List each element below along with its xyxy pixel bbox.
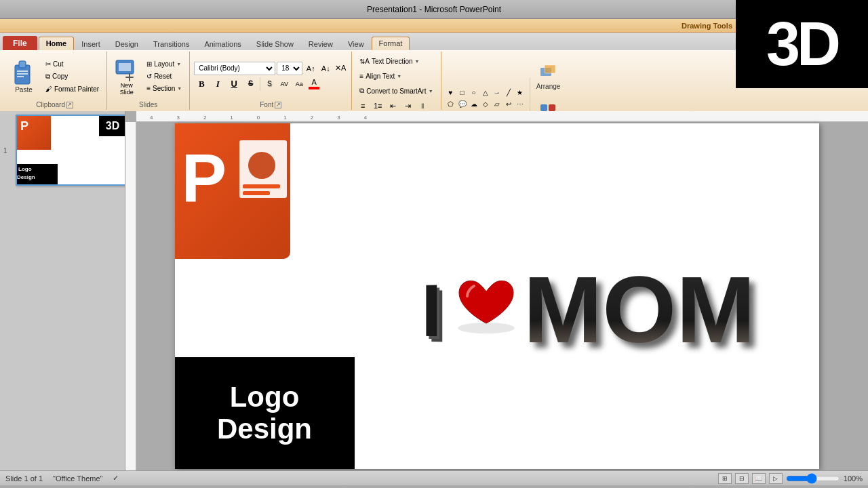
text-direction-icon: ⇅A (359, 58, 370, 65)
decrease-font-button[interactable]: A↓ (319, 62, 332, 75)
increase-indent-button[interactable]: ⇥ (401, 99, 414, 113)
arrow-shape-btn[interactable]: → (492, 87, 502, 98)
bullets-button[interactable]: ≡ (356, 99, 370, 113)
svg-point-19 (458, 323, 515, 333)
para-row-1: ⇅A Text Direction ▼ (356, 54, 436, 68)
copy-icon: ⧉ (45, 73, 50, 81)
underline-button[interactable]: U (226, 77, 241, 92)
para-row-bullets: ≡ 1≡ ⇤ ⇥ ⦀ (356, 99, 436, 113)
line-shape-btn[interactable]: ╱ (503, 87, 514, 98)
tab-home[interactable]: Home (39, 37, 75, 50)
status-bar: Slide 1 of 1 "Office Theme" ✓ ⊞ ⊟ 📖 ▷ 10… (0, 470, 868, 485)
strikethrough-button[interactable]: S̶ (243, 77, 258, 92)
slide-canvas[interactable]: P I (175, 123, 819, 469)
section-icon: ≡ (146, 85, 151, 92)
tab-view[interactable]: View (340, 37, 372, 50)
section-button[interactable]: ≡ Section ▼ (143, 83, 185, 94)
reading-view-button[interactable]: 📖 (752, 473, 766, 484)
slide-thumbnail[interactable]: P LogoDesign 3D (16, 115, 125, 186)
tab-animations[interactable]: Animations (197, 37, 248, 50)
reset-button[interactable]: ↺ Reset (143, 70, 185, 82)
layout-button[interactable]: ⊞ Layout ▼ (143, 58, 185, 70)
cut-button[interactable]: ✂ Cut (42, 58, 102, 70)
star-shape-btn[interactable]: ★ (515, 87, 526, 98)
align-text-button[interactable]: ≡ Align Text ▼ (356, 69, 405, 83)
cloud-shape-btn[interactable]: ☁ (469, 99, 479, 110)
zoom-level: 100% (844, 474, 863, 483)
clipboard-expand-button[interactable]: ↗ (66, 102, 73, 108)
font-expand-button[interactable]: ↗ (275, 102, 281, 108)
smartart-icon: ⧉ (359, 87, 364, 95)
3d-text-container: I MOM (358, 191, 819, 428)
tab-insert[interactable]: Insert (74, 37, 108, 50)
columns-button[interactable]: ⦀ (416, 99, 429, 113)
font-row-1: Calibri (Body) 18 A↑ A↓ ✕A (194, 62, 347, 75)
diamond-shape-btn[interactable]: ◇ (480, 99, 491, 110)
shadow-button[interactable]: S (262, 77, 276, 91)
font-size-select[interactable]: 18 (277, 62, 302, 75)
slide-info-label: Slide 1 of 1 (5, 474, 43, 483)
tab-design[interactable]: Design (108, 37, 146, 50)
change-case-button[interactable]: Aa (292, 77, 306, 91)
convert-smartart-button[interactable]: ⧉ Convert to SmartArt ▼ (356, 84, 436, 98)
font-row-2: B I U S̶ S AV Aa A (194, 77, 347, 92)
theme-label: "Office Theme" (53, 474, 102, 483)
bold-button[interactable]: B (194, 77, 209, 92)
slides-group-label: Slides (139, 100, 157, 108)
text-direction-button[interactable]: ⇅A Text Direction ▼ (356, 54, 422, 68)
status-left: Slide 1 of 1 "Office Theme" ✓ (5, 474, 119, 483)
tab-format[interactable]: Format (372, 37, 410, 50)
paste-button[interactable]: Paste (7, 56, 41, 97)
accessibility-icon: ✓ (113, 474, 119, 483)
pentagon-shape-btn[interactable]: ⬠ (446, 99, 456, 110)
new-slide-label: NewSlide (120, 82, 134, 96)
arrange-button[interactable]: Arrange (533, 54, 564, 98)
svg-point-16 (248, 152, 275, 179)
increase-font-button[interactable]: A↑ (304, 62, 317, 75)
separator (260, 77, 260, 91)
font-color-container: A (307, 77, 321, 91)
decrease-indent-button[interactable]: ⇤ (386, 99, 399, 113)
heart-shape-btn[interactable]: ♥ (446, 87, 456, 98)
parallelogram-shape-btn[interactable]: ▱ (492, 99, 502, 110)
logo-design-text: Logo Design (217, 382, 312, 444)
callout-shape-btn[interactable]: 💬 (457, 99, 468, 110)
tab-slideshow[interactable]: Slide Show (249, 37, 301, 50)
font-group: Calibri (Body) 18 A↑ A↓ ✕A B I U S̶ S (190, 52, 352, 110)
main-area: 1 P LogoDesign 3D 4 3 2 1 (0, 111, 868, 470)
status-right: ⊞ ⊟ 📖 ▷ 100% (718, 473, 863, 484)
svg-rect-10 (545, 65, 555, 73)
font-controls: Calibri (Body) 18 A↑ A↓ ✕A B I U S̶ S (194, 62, 347, 92)
slideshow-button[interactable]: ▷ (769, 473, 783, 484)
italic-button[interactable]: I (210, 77, 225, 92)
svg-rect-6 (119, 63, 131, 71)
normal-view-button[interactable]: ⊞ (718, 473, 732, 484)
tab-file[interactable]: File (3, 36, 37, 50)
circle-shape-btn[interactable]: ○ (469, 87, 479, 98)
font-color-button[interactable]: A (307, 77, 321, 91)
zoom-slider[interactable] (786, 473, 840, 484)
mom-text: MOM (524, 255, 755, 365)
drawing-group: ♥ □ ○ △ → ╱ ★ ⬠ 💬 ☁ ◇ ▱ ↩ ⋯ (441, 52, 568, 110)
para-row-3: ⧉ Convert to SmartArt ▼ (356, 84, 436, 98)
char-spacing-button[interactable]: AV (277, 77, 291, 91)
curved-arrow-shape-btn[interactable]: ↩ (503, 99, 514, 110)
copy-button[interactable]: ⧉ Copy (42, 70, 102, 83)
thumb-logo-preview: P (17, 116, 51, 150)
new-slide-button[interactable]: NewSlide (111, 58, 142, 96)
clipboard-small-buttons: ✂ Cut ⧉ Copy 🖌 Format Painter (42, 58, 102, 95)
rect-shape-btn[interactable]: □ (457, 87, 468, 98)
font-color-indicator (309, 87, 319, 89)
triangle-shape-btn[interactable]: △ (480, 87, 491, 98)
tab-transitions[interactable]: Transitions (146, 37, 197, 50)
numbering-button[interactable]: 1≡ (371, 99, 384, 113)
more-shapes-btn[interactable]: ⋯ (515, 99, 526, 110)
tab-review[interactable]: Review (301, 37, 340, 50)
format-painter-button[interactable]: 🖌 Format Painter (42, 83, 102, 95)
slide-sorter-button[interactable]: ⊟ (735, 473, 749, 484)
clear-formatting-button[interactable]: ✕A (334, 62, 347, 75)
font-family-select[interactable]: Calibri (Body) (194, 62, 275, 75)
slides-group: NewSlide ⊞ Layout ▼ ↺ Reset ≡ Section ▼ (107, 52, 190, 110)
slide-panel: 1 P LogoDesign 3D (0, 111, 125, 470)
align-text-icon: ≡ (359, 73, 363, 80)
